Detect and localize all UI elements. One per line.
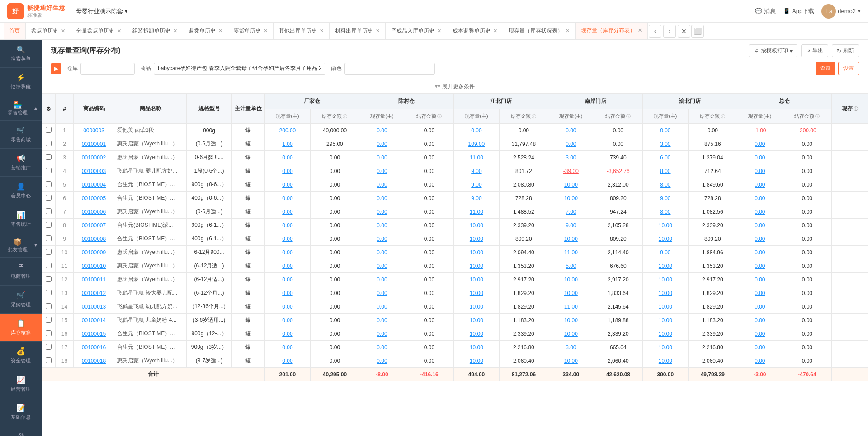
na-stock[interactable]: 10.00 <box>548 273 594 286</box>
product-code[interactable]: 00100010 <box>74 259 114 273</box>
row-checkbox[interactable] <box>42 246 56 259</box>
t-stock[interactable]: 0.00 <box>737 219 783 232</box>
print-btn[interactable]: 🖨 按模板打印 ▾ <box>749 44 797 57</box>
sidebar-item-marketing[interactable]: 📢 营销推广 <box>0 149 42 177</box>
na-stock[interactable]: 10.00 <box>548 178 594 192</box>
t-stock[interactable]: 0.00 <box>737 151 783 164</box>
warehouse-input[interactable] <box>80 63 135 75</box>
jb-stock[interactable]: 0.00 <box>453 124 499 137</box>
t-stock[interactable]: 0.00 <box>737 300 783 314</box>
t-stock[interactable]: 0.00 <box>737 205 783 219</box>
t-stock[interactable]: 0.00 <box>737 327 783 341</box>
row-checkbox[interactable] <box>42 192 56 205</box>
tab-assemble[interactable]: 组装拆卸单历史 ✕ <box>127 23 183 40</box>
table-container[interactable]: ⚙ # 商品编码 商品名称 规格型号 主计量单位 厂家仓 陈村仓 江北门店 南岸… <box>42 94 868 436</box>
jb-stock[interactable]: 10.00 <box>453 314 499 327</box>
lm-stock[interactable]: 0.00 <box>359 219 405 232</box>
yb-stock[interactable]: 0.00 <box>642 124 688 137</box>
tab-split-stocktake[interactable]: 分量盘点单历史 ✕ <box>71 23 127 40</box>
row-checkbox[interactable] <box>42 300 56 314</box>
tab-close-icon[interactable]: ✕ <box>264 28 268 34</box>
lm-stock[interactable]: 0.00 <box>359 314 405 327</box>
na-stock[interactable]: 3.00 <box>548 151 594 164</box>
yb-stock[interactable]: 8.00 <box>642 164 688 178</box>
jb-stock[interactable]: 10.00 <box>453 341 499 354</box>
yb-stock[interactable]: 10.00 <box>642 314 688 327</box>
lm-stock[interactable]: 0.00 <box>359 205 405 219</box>
lm-stock[interactable]: 0.00 <box>359 192 405 205</box>
t-stock[interactable]: 0.00 <box>737 192 783 205</box>
product-code[interactable]: 00100009 <box>74 246 114 259</box>
tab-stock-status[interactable]: 现存量（库存状况表） ✕ <box>503 23 576 40</box>
product-code[interactable]: 00100003 <box>74 164 114 178</box>
sidebar-item-member[interactable]: 👤 会员中心 <box>0 177 42 205</box>
lm-stock[interactable]: 0.00 <box>359 354 405 368</box>
row-checkbox[interactable] <box>42 259 56 273</box>
f-stock[interactable]: 0.00 <box>265 192 311 205</box>
product-code[interactable]: 00100016 <box>74 341 114 354</box>
row-checkbox[interactable] <box>42 327 56 341</box>
lm-stock[interactable]: 0.00 <box>359 246 405 259</box>
tab-transfer[interactable]: 调拨单历史 ✕ <box>183 23 228 40</box>
row-checkbox[interactable] <box>42 124 56 137</box>
yb-stock[interactable]: 3.00 <box>642 137 688 151</box>
download-btn[interactable]: 📱 App下载 <box>783 7 814 15</box>
jb-stock[interactable]: 10.00 <box>453 327 499 341</box>
lm-stock[interactable]: 0.00 <box>359 178 405 192</box>
lm-stock[interactable]: 0.00 <box>359 232 405 246</box>
t-stock[interactable]: 0.00 <box>737 273 783 286</box>
product-code[interactable]: 00100007 <box>74 219 114 232</box>
f-stock[interactable]: 0.00 <box>265 151 311 164</box>
tab-stock-dist[interactable]: 现存量（库存分布表） ✕ <box>576 23 648 40</box>
tab-prev-btn[interactable]: ‹ <box>649 25 661 38</box>
query-btn[interactable]: 查询 <box>816 62 835 75</box>
na-stock[interactable]: 5.00 <box>548 259 594 273</box>
lm-stock[interactable]: 0.00 <box>359 341 405 354</box>
t-stock[interactable]: 0.00 <box>737 286 783 300</box>
tab-home[interactable]: 首页 <box>4 23 26 40</box>
product-code[interactable]: 00100006 <box>74 205 114 219</box>
row-checkbox[interactable] <box>42 151 56 164</box>
sidebar-item-wholesale[interactable]: 📦 批发管理 ▼ <box>0 233 42 258</box>
row-checkbox[interactable] <box>42 205 56 219</box>
jb-stock[interactable]: 10.00 <box>453 259 499 273</box>
t-stock[interactable]: 0.00 <box>737 259 783 273</box>
tab-close-icon[interactable]: ✕ <box>61 28 65 34</box>
t-stock[interactable]: -1.00 <box>737 124 783 137</box>
yb-stock[interactable]: 10.00 <box>642 232 688 246</box>
t-stock[interactable]: 0.00 <box>737 164 783 178</box>
row-checkbox[interactable] <box>42 314 56 327</box>
f-stock[interactable]: 0.00 <box>265 205 311 219</box>
tab-stocktake[interactable]: 盘点单历史 ✕ <box>26 23 71 40</box>
tab-material-out[interactable]: 材料出库单历史 ✕ <box>330 23 386 40</box>
t-stock[interactable]: 0.00 <box>737 354 783 368</box>
t-stock[interactable]: 0.00 <box>737 246 783 259</box>
na-stock[interactable]: 10.00 <box>548 354 594 368</box>
row-checkbox[interactable] <box>42 137 56 151</box>
yb-stock[interactable]: 10.00 <box>642 259 688 273</box>
tab-close-icon[interactable]: ✕ <box>218 28 222 34</box>
na-stock[interactable]: 10.00 <box>548 232 594 246</box>
sidebar-item-ecommerce[interactable]: 🖥 电商管理 <box>0 258 42 285</box>
yb-stock[interactable]: 10.00 <box>642 354 688 368</box>
sidebar-item-retail[interactable]: 🏪 零售管理 ▲ <box>0 96 42 121</box>
na-stock[interactable]: 7.00 <box>548 205 594 219</box>
sidebar-item-nav[interactable]: ⚡ 快捷导航 <box>0 68 42 96</box>
jb-stock[interactable]: 10.00 <box>453 354 499 368</box>
product-code[interactable]: 00100013 <box>74 300 114 314</box>
f-stock[interactable]: 1.00 <box>265 137 311 151</box>
refresh-btn[interactable]: ↻ 刷新 <box>832 44 859 57</box>
na-stock[interactable]: -39.00 <box>548 164 594 178</box>
f-stock[interactable]: 0.00 <box>265 341 311 354</box>
sidebar-item-purchase[interactable]: 🛒 采购管理 <box>0 286 42 314</box>
row-checkbox[interactable] <box>42 219 56 232</box>
yb-stock[interactable]: 10.00 <box>642 341 688 354</box>
tab-expand-btn[interactable]: ⬜ <box>691 25 704 38</box>
industry-selector[interactable]: 母婴行业演示陈套 ▾ <box>76 7 127 15</box>
yb-stock[interactable]: 9.00 <box>642 246 688 259</box>
product-input[interactable] <box>154 63 326 75</box>
f-stock[interactable]: 0.00 <box>265 232 311 246</box>
f-stock[interactable]: 0.00 <box>265 164 311 178</box>
yb-stock[interactable]: 8.00 <box>642 205 688 219</box>
product-code[interactable]: 00100001 <box>74 137 114 151</box>
